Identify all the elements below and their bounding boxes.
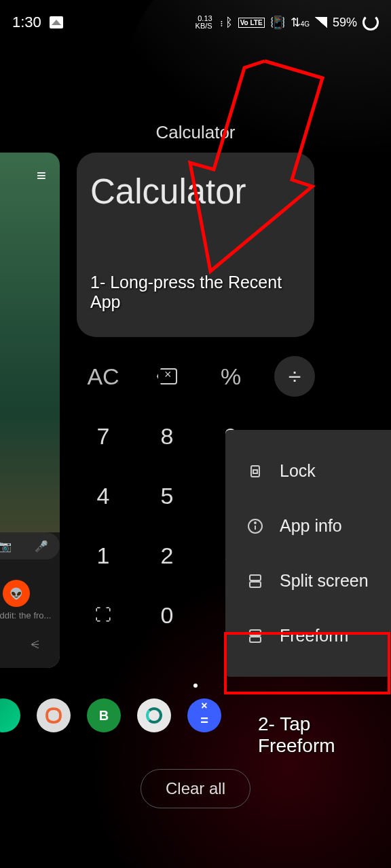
digit-8[interactable]: 8	[141, 416, 193, 456]
svg-rect-6	[250, 582, 261, 587]
data-rate: 0.13KB/S	[196, 15, 212, 30]
menu-split-label: Split screen	[280, 571, 369, 591]
digit-2[interactable]: 2	[141, 535, 193, 576]
percent-button[interactable]: %	[204, 356, 257, 397]
digit-7[interactable]: 7	[77, 416, 130, 456]
dock-app-edge[interactable]	[137, 698, 171, 732]
page-indicator	[193, 684, 198, 688]
digit-4[interactable]: 4	[77, 475, 130, 516]
menu-info-label: App info	[280, 516, 342, 536]
share-button[interactable]: ⪪	[19, 627, 52, 660]
recent-app-title: Calculator	[0, 122, 391, 143]
battery-charging-icon	[362, 14, 379, 31]
svg-rect-1	[253, 470, 257, 473]
menu-lock-label: Lock	[280, 461, 316, 481]
instruction-step-1: 1- Long-press the Recent App	[90, 273, 301, 312]
clock: 1:30	[12, 14, 41, 31]
digit-5[interactable]: 5	[141, 475, 193, 516]
share-icon: ⪪	[29, 636, 42, 652]
recent-app-card-browser[interactable]: ≡ 📷 🎤 👽 reddit: the fro...	[0, 153, 60, 668]
bluetooth-icon: ⋮ᛒ	[218, 16, 233, 30]
instruction-step-2: 2- Tap Freeform	[258, 713, 391, 757]
recent-app-card-calculator[interactable]: Calculator 1- Long-press the Recent App	[77, 153, 314, 337]
calculator-title: Calculator	[90, 172, 301, 212]
vibrate-icon: 📳	[270, 15, 285, 30]
dock: B =	[0, 698, 221, 732]
svg-rect-5	[250, 575, 261, 580]
info-icon	[246, 517, 265, 536]
battery-percent: 59%	[333, 16, 357, 30]
split-screen-icon	[246, 572, 265, 591]
svg-point-4	[255, 522, 256, 524]
highlight-box	[224, 632, 390, 694]
hamburger-icon: ≡	[37, 166, 46, 185]
backspace-button[interactable]	[141, 356, 193, 397]
photo-icon	[50, 16, 63, 28]
dock-app-wallet[interactable]	[37, 698, 71, 732]
dock-app-calculator[interactable]: =	[187, 698, 221, 732]
volte-icon: Vo LTE	[238, 18, 265, 28]
reddit-icon: 👽	[3, 580, 30, 607]
camera-icon: 📷	[0, 540, 12, 553]
digit-0[interactable]: 0	[141, 595, 193, 635]
dock-app-1[interactable]	[0, 698, 20, 732]
digit-1[interactable]: 1	[77, 535, 130, 576]
mic-icon: 🎤	[35, 540, 48, 553]
menu-lock[interactable]: Lock	[225, 443, 391, 498]
expand-button[interactable]: ⛶	[77, 595, 130, 635]
signal-icon	[315, 17, 327, 28]
menu-app-info[interactable]: App info	[225, 498, 391, 553]
lock-icon	[246, 462, 265, 481]
reddit-link-label: reddit: the fro...	[0, 610, 51, 620]
clear-all-button[interactable]: Clear all	[141, 769, 250, 808]
menu-split-screen[interactable]: Split screen	[225, 553, 391, 608]
status-bar: 1:30 0.13KB/S ⋮ᛒ Vo LTE 📳 ⇅4G 59%	[0, 14, 391, 31]
ac-button[interactable]: AC	[77, 356, 130, 397]
divide-button[interactable]: ÷	[274, 356, 315, 397]
network-icon: ⇅4G	[291, 15, 310, 30]
svg-rect-0	[251, 466, 259, 477]
dock-app-whatsapp[interactable]: B	[87, 698, 121, 732]
